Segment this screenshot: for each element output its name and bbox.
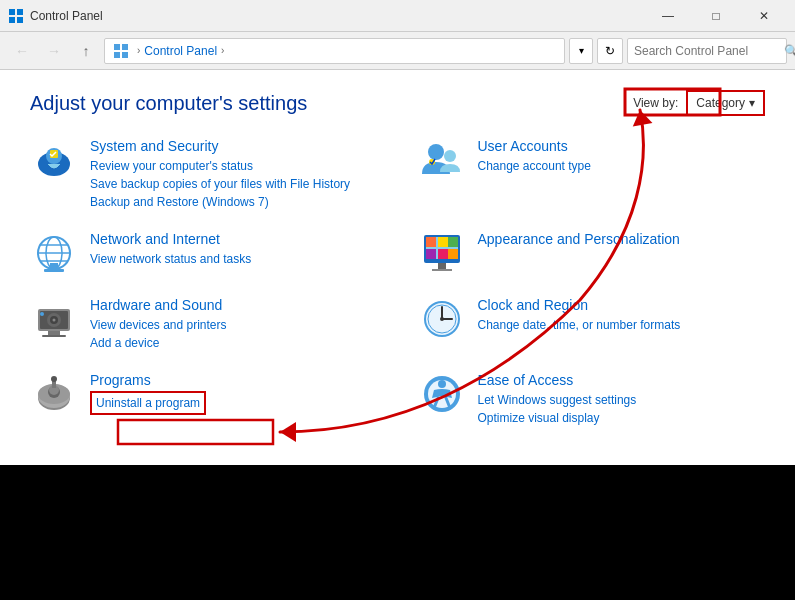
back-button[interactable]: ← [8,37,36,65]
search-box: 🔍 [627,38,787,64]
category-appearance: Appearance and Personalization [418,229,766,277]
breadcrumb-control-panel[interactable]: Control Panel [144,44,217,58]
view-dropdown[interactable]: Category ▾ [686,90,765,116]
svg-rect-1 [17,9,23,15]
network-content: Network and Internet View network status… [90,229,378,268]
programs-icon [30,370,78,418]
category-hardware: Hardware and Sound View devices and prin… [30,295,378,352]
address-right-controls: ▾ ↻ [569,38,623,64]
svg-rect-23 [426,237,436,247]
view-by-label: View by: [633,96,678,110]
svg-rect-24 [438,237,448,247]
system-security-icon [30,136,78,184]
appearance-title[interactable]: Appearance and Personalization [478,231,766,247]
category-ease: Ease of Access Let Windows suggest setti… [418,370,766,427]
system-security-title[interactable]: System and Security [90,138,378,154]
change-date-link[interactable]: Change date, time, or number formats [478,316,766,334]
svg-rect-6 [114,52,120,58]
add-device-link[interactable]: Add a device [90,334,378,352]
system-security-content: System and Security Review your computer… [90,136,378,211]
svg-rect-37 [42,335,66,337]
suggest-settings-link[interactable]: Let Windows suggest settings [478,391,766,409]
network-status-link[interactable]: View network status and tasks [90,250,378,268]
breadcrumb-separator-1: › [137,45,140,56]
svg-rect-26 [426,249,436,259]
backup-files-link[interactable]: Save backup copies of your files with Fi… [90,175,378,193]
svg-rect-3 [17,17,23,23]
breadcrumb: › Control Panel › [104,38,565,64]
page-title: Adjust your computer's settings [30,92,307,115]
page-header: Adjust your computer's settings View by:… [30,90,765,116]
svg-rect-4 [114,44,120,50]
svg-rect-7 [122,52,128,58]
view-dropdown-arrow: ▾ [749,96,755,110]
address-bar: ← → ↑ › Control Panel › ▾ ↻ 🔍 [0,32,795,70]
title-bar: Control Panel — □ ✕ [0,0,795,32]
maximize-button[interactable]: □ [693,0,739,32]
clock-title[interactable]: Clock and Region [478,297,766,313]
category-network: Network and Internet View network status… [30,229,378,277]
svg-rect-29 [438,263,446,269]
uninstall-program-link[interactable]: Uninstall a program [90,391,206,415]
svg-rect-36 [48,331,60,335]
ease-content: Ease of Access Let Windows suggest setti… [478,370,766,427]
category-user-accounts: User Accounts Change account type [418,136,766,211]
svg-rect-27 [438,249,448,259]
appearance-content: Appearance and Personalization [478,229,766,250]
app-icon [8,8,24,24]
change-account-type-link[interactable]: Change account type [478,157,766,175]
svg-rect-25 [448,237,458,247]
svg-rect-19 [50,263,58,269]
svg-rect-2 [9,17,15,23]
category-programs: Programs Uninstall a program [30,370,378,427]
clock-icon [418,295,466,343]
appearance-icon [418,229,466,277]
svg-rect-0 [9,9,15,15]
window-controls: — □ ✕ [645,0,787,32]
svg-point-54 [438,380,446,388]
breadcrumb-separator-2: › [221,45,224,56]
network-icon [30,229,78,277]
search-input[interactable] [634,44,784,58]
svg-point-35 [53,319,56,322]
main-content: Adjust your computer's settings View by:… [0,70,795,465]
review-status-link[interactable]: Review your computer's status [90,157,378,175]
close-button[interactable]: ✕ [741,0,787,32]
ease-title[interactable]: Ease of Access [478,372,766,388]
svg-point-12 [444,150,456,162]
network-title[interactable]: Network and Internet [90,231,378,247]
clock-content: Clock and Region Change date, time, or n… [478,295,766,334]
minimize-button[interactable]: — [645,0,691,32]
hardware-icon [30,295,78,343]
programs-title[interactable]: Programs [90,372,378,388]
svg-point-44 [440,317,444,321]
address-dropdown-button[interactable]: ▾ [569,38,593,64]
category-clock: Clock and Region Change date, time, or n… [418,295,766,352]
svg-rect-30 [432,269,452,271]
svg-point-38 [40,312,44,316]
user-accounts-icon [418,136,466,184]
refresh-button[interactable]: ↻ [597,38,623,64]
svg-rect-5 [122,44,128,50]
view-dropdown-value: Category [696,96,745,110]
svg-point-51 [51,376,57,382]
backup-restore-link[interactable]: Backup and Restore (Windows 7) [90,193,378,211]
window-title: Control Panel [30,9,645,23]
programs-content: Programs Uninstall a program [90,370,378,415]
view-by-control: View by: Category ▾ [633,90,765,116]
ease-icon [418,370,466,418]
optimize-visual-link[interactable]: Optimize visual display [478,409,766,427]
svg-rect-28 [448,249,458,259]
search-icon: 🔍 [784,44,795,58]
svg-point-11 [428,144,444,160]
hardware-content: Hardware and Sound View devices and prin… [90,295,378,352]
category-system-security: System and Security Review your computer… [30,136,378,211]
user-accounts-content: User Accounts Change account type [478,136,766,175]
svg-rect-20 [44,269,64,272]
view-printers-link[interactable]: View devices and printers [90,316,378,334]
up-button[interactable]: ↑ [72,37,100,65]
categories-grid: System and Security Review your computer… [30,136,765,445]
user-accounts-title[interactable]: User Accounts [478,138,766,154]
hardware-title[interactable]: Hardware and Sound [90,297,378,313]
forward-button[interactable]: → [40,37,68,65]
